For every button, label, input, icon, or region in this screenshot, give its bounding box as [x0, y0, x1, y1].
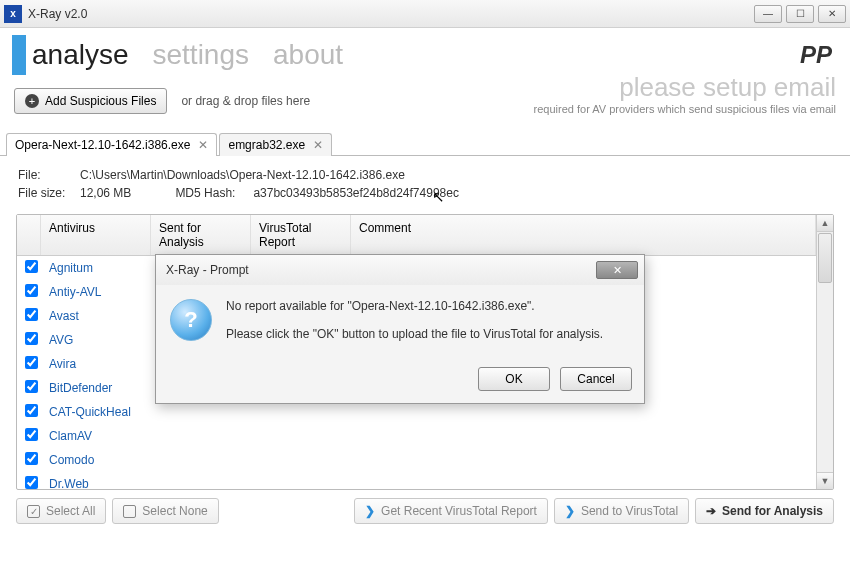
md5-label: MD5 Hash:: [175, 186, 239, 200]
row-checkbox[interactable]: [25, 404, 38, 417]
titlebar: x X-Ray v2.0 — ☐ ✕: [0, 0, 850, 28]
close-window-button[interactable]: ✕: [818, 5, 846, 23]
toolbar: + Add Suspicious Files or drag & drop fi…: [0, 82, 850, 132]
accent-bar: [12, 35, 26, 75]
dialog-close-button[interactable]: ✕: [596, 261, 638, 279]
file-info-panel: File: C:\Users\Martin\Downloads\Opera-Ne…: [0, 156, 850, 214]
file-size-value: 12,06 MB: [80, 186, 131, 200]
antivirus-name: CAT-QuickHeal: [41, 403, 151, 421]
select-none-button[interactable]: Select None: [112, 498, 218, 524]
row-checkbox[interactable]: [25, 476, 38, 489]
antivirus-name: ClamAV: [41, 427, 151, 445]
row-checkbox[interactable]: [25, 308, 38, 321]
file-size-label: File size:: [18, 186, 66, 200]
add-suspicious-files-button[interactable]: + Add Suspicious Files: [14, 88, 167, 114]
col-comment[interactable]: Comment: [351, 215, 816, 255]
dialog-title: X-Ray - Prompt: [166, 263, 596, 277]
table-row[interactable]: Comodo: [17, 448, 816, 472]
cancel-button[interactable]: Cancel: [560, 367, 632, 391]
col-sent[interactable]: Sent for Analysis: [151, 215, 251, 255]
file-tab[interactable]: Opera-Next-12.10-1642.i386.exe ✕: [6, 133, 217, 156]
prompt-dialog: X-Ray - Prompt ✕ ? No report available f…: [155, 254, 645, 404]
antivirus-name: Agnitum: [41, 259, 151, 277]
nav-settings[interactable]: settings: [153, 39, 250, 71]
antivirus-name: Avira: [41, 355, 151, 373]
row-checkbox[interactable]: [25, 332, 38, 345]
app-icon: x: [4, 5, 22, 23]
row-checkbox[interactable]: [25, 284, 38, 297]
col-antivirus[interactable]: Antivirus: [41, 215, 151, 255]
row-checkbox[interactable]: [25, 260, 38, 273]
maximize-button[interactable]: ☐: [786, 5, 814, 23]
file-label: File:: [18, 168, 66, 182]
scroll-up-icon[interactable]: ▲: [817, 215, 833, 232]
plus-icon: +: [25, 94, 39, 108]
antivirus-name: AVG: [41, 331, 151, 349]
file-tab[interactable]: emgrab32.exe ✕: [219, 133, 332, 156]
file-tabs: Opera-Next-12.10-1642.i386.exe ✕ emgrab3…: [0, 132, 850, 156]
dialog-message-2: Please click the "OK" button to upload t…: [226, 327, 603, 341]
scroll-down-icon[interactable]: ▼: [817, 472, 833, 489]
tab-label: emgrab32.exe: [228, 138, 305, 152]
arrow-icon: ❯: [365, 504, 375, 518]
question-icon: ?: [170, 299, 212, 341]
col-virustotal[interactable]: VirusTotal Report: [251, 215, 351, 255]
send-for-analysis-button[interactable]: ➔ Send for Analysis: [695, 498, 834, 524]
window-title: X-Ray v2.0: [28, 7, 754, 21]
row-checkbox[interactable]: [25, 452, 38, 465]
dialog-message-1: No report available for "Opera-Next-12.1…: [226, 299, 603, 313]
get-virustotal-report-button[interactable]: ❯ Get Recent VirusTotal Report: [354, 498, 548, 524]
setup-email-title: please setup email: [534, 72, 836, 103]
row-checkbox[interactable]: [25, 380, 38, 393]
md5-value: a37bc03493b5853ef24b8d24f74998ec: [253, 186, 459, 200]
minimize-button[interactable]: —: [754, 5, 782, 23]
scroll-thumb[interactable]: [818, 233, 832, 283]
antivirus-name: Avast: [41, 307, 151, 325]
antivirus-name: Antiy-AVL: [41, 283, 151, 301]
table-row[interactable]: ClamAV: [17, 424, 816, 448]
row-checkbox[interactable]: [25, 428, 38, 441]
select-all-button[interactable]: ✓ Select All: [16, 498, 106, 524]
nav-about[interactable]: about: [273, 39, 343, 71]
footer-toolbar: ✓ Select All Select None ❯ Get Recent Vi…: [0, 490, 850, 532]
arrow-icon: ➔: [706, 504, 716, 518]
file-path: C:\Users\Martin\Downloads\Opera-Next-12.…: [80, 168, 405, 182]
antivirus-name: Comodo: [41, 451, 151, 469]
table-row[interactable]: Dr.Web: [17, 472, 816, 489]
drag-drop-hint: or drag & drop files here: [181, 94, 310, 108]
ok-button[interactable]: OK: [478, 367, 550, 391]
arrow-icon: ❯: [565, 504, 575, 518]
send-to-virustotal-button[interactable]: ❯ Send to VirusTotal: [554, 498, 689, 524]
antivirus-name: Dr.Web: [41, 475, 151, 489]
tab-close-icon[interactable]: ✕: [198, 138, 208, 152]
setup-email-subtitle: required for AV providers which send sus…: [534, 103, 836, 115]
tab-label: Opera-Next-12.10-1642.i386.exe: [15, 138, 190, 152]
nav-analyse[interactable]: analyse: [32, 39, 129, 71]
paypal-logo-icon: PP: [800, 41, 838, 69]
add-button-label: Add Suspicious Files: [45, 94, 156, 108]
tab-close-icon[interactable]: ✕: [313, 138, 323, 152]
checkbox-icon: [123, 505, 136, 518]
checkbox-icon: ✓: [27, 505, 40, 518]
grid-header: Antivirus Sent for Analysis VirusTotal R…: [17, 215, 816, 256]
antivirus-name: BitDefender: [41, 379, 151, 397]
row-checkbox[interactable]: [25, 356, 38, 369]
vertical-scrollbar[interactable]: ▲ ▼: [816, 215, 833, 489]
